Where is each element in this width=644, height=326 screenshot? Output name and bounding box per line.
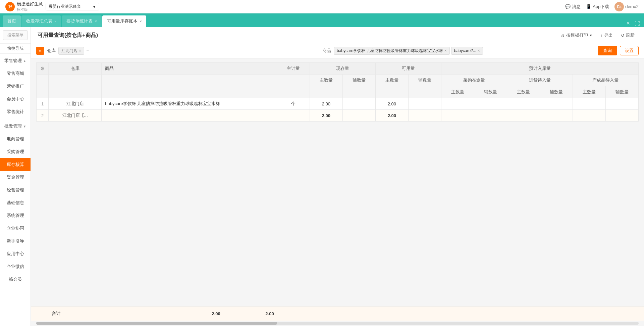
sidebar-item-operations[interactable]: 经营管理: [0, 184, 31, 196]
app-download-btn[interactable]: 📱 App下载: [586, 4, 609, 10]
tab-close-icon[interactable]: ×: [54, 19, 56, 23]
quick-nav-btn[interactable]: 快捷导航: [0, 44, 31, 54]
message-icon: 💬: [565, 4, 571, 9]
empty-sub: [37, 75, 49, 86]
query-btn[interactable]: 查询: [598, 46, 617, 55]
warehouse-tag[interactable]: 江北门店 ×: [58, 47, 84, 55]
tag-close-icon[interactable]: ×: [444, 48, 447, 53]
company-name: 母婴行业演示账套: [49, 4, 81, 9]
table-container: ⚙ 仓库 商品 主计量 现存量 可用量 预计入库量 主数量: [31, 58, 644, 306]
print-label: 按模板打印: [566, 32, 588, 38]
row-available-aux: [408, 98, 441, 110]
tab-stock-summary[interactable]: 收发存汇总表 ×: [21, 15, 61, 27]
sidebar-item-guide[interactable]: 新手引导: [0, 235, 31, 247]
row-warehouse: 江北门店: [49, 98, 102, 110]
row-index: 1: [37, 98, 49, 110]
tab-close-icon[interactable]: ×: [95, 19, 97, 23]
page-title: 可用量查询(按仓库+商品): [38, 32, 98, 39]
stock-group-header: 现存量: [310, 63, 375, 75]
sidebar-item-member[interactable]: 畅会员: [0, 273, 31, 286]
divider: [0, 119, 31, 119]
sidebar-item-inventory[interactable]: 库存核算: [0, 158, 31, 171]
sidebar-item-enterprise[interactable]: 企业协同: [0, 222, 31, 235]
tab-close-icon[interactable]: ×: [140, 19, 142, 23]
message-label: 消息: [572, 4, 581, 10]
incoming-group-header: 进货待入量: [507, 75, 573, 86]
nav-tabs: 首页 收发存汇总表 × 要货单统计表 × 可用量库存账本 × × ⛶: [0, 13, 644, 27]
setting-btn[interactable]: 设置: [620, 46, 639, 55]
available-main-header: 主数量: [375, 75, 408, 86]
row-incoming-main: [507, 98, 540, 110]
tab-order-stats-label: 要货单统计表: [66, 18, 93, 24]
footer-empty: [75, 309, 182, 318]
sidebar-label: 零售统计: [7, 109, 24, 115]
export-btn[interactable]: ↑ 导出: [598, 31, 616, 40]
tab-home[interactable]: 首页: [3, 15, 21, 27]
gear-icon[interactable]: ⚙: [40, 66, 45, 71]
sidebar-item-wechat[interactable]: 企业微信: [0, 260, 31, 273]
empty-sub2: [37, 86, 49, 98]
phone-icon: 📱: [586, 4, 591, 9]
incoming-aux-header: 辅数量: [540, 86, 573, 98]
sidebar-item-app-center[interactable]: 应用中心: [0, 247, 31, 260]
sidebar-item-basic-info[interactable]: 基础信息: [0, 196, 31, 209]
top-bar: 好 畅捷通好生意 标准版 母婴行业演示账套 ▼ 💬 消息 📱 App下载 Ea …: [0, 0, 644, 13]
product-tag-2-text: babycare?...: [454, 48, 476, 53]
row-purchase-main: [441, 110, 474, 122]
sidebar-item-finance[interactable]: 资金管理: [0, 171, 31, 184]
table-row: 1 江北门店 babycare学饮杯 儿童防摔防撞吸管杯重力球吸嘴杯宝宝水杯 个…: [37, 98, 639, 110]
message-btn[interactable]: 💬 消息: [565, 4, 581, 10]
sidebar-item-members[interactable]: 会员中心: [0, 93, 31, 105]
horizontal-scrollbar[interactable]: [31, 321, 644, 326]
export-label: 导出: [604, 32, 613, 38]
tab-home-label: 首页: [7, 18, 16, 24]
search-menu-btn[interactable]: 搜索菜单: [3, 30, 28, 40]
product-tag-1[interactable]: babycare学饮杯 儿童防摔防撞吸管杯重力球吸嘴杯宝宝水杯 ×: [334, 47, 450, 55]
tab-available-stock[interactable]: 可用量库存账本 ×: [102, 15, 146, 27]
sidebar-item-marketing[interactable]: 营销推广: [0, 80, 31, 93]
sidebar-label: 经营管理: [7, 187, 24, 193]
sidebar-item-system[interactable]: 系统管理: [0, 209, 31, 222]
stock-main-header: 主数量: [310, 75, 342, 86]
empty-sub2: [408, 86, 441, 98]
purchase-group-header: 采购在途量: [441, 75, 507, 86]
app-download-label: App下载: [593, 4, 609, 10]
dropdown-arrow-icon: ▼: [589, 34, 593, 37]
logo-area: 好 畅捷通好生意 标准版: [5, 1, 43, 12]
more-btn[interactable]: ...: [86, 47, 89, 55]
product-tag-1-text: babycare学饮杯 儿童防摔防撞吸管杯重力球吸嘴杯宝宝水杯: [337, 48, 443, 54]
tag-close-icon[interactable]: ×: [79, 48, 81, 53]
sidebar-item-wholesale[interactable]: 批发管理 ▼: [0, 120, 31, 133]
print-btn[interactable]: 🖨 按模板打印 ▼: [558, 31, 595, 40]
refresh-btn[interactable]: ↺ 刷新: [618, 31, 637, 40]
sidebar-item-purchase[interactable]: 采购管理: [0, 145, 31, 158]
empty-sub: [49, 75, 102, 86]
row-stock-aux: [342, 110, 375, 122]
empty-sub2: [375, 86, 408, 98]
row-warehouse: 江北门店【...: [49, 110, 102, 122]
company-selector[interactable]: 母婴行业演示账套 ▼: [46, 3, 99, 10]
scroll-thumb[interactable]: [36, 322, 277, 325]
tag-close-icon[interactable]: ×: [478, 48, 480, 53]
row-stock-aux: [342, 98, 375, 110]
production-group-header: 产成品待入量: [573, 75, 638, 86]
chevron-icon: ▲: [23, 59, 26, 63]
tab-order-stats[interactable]: 要货单统计表 ×: [62, 15, 101, 27]
data-table: ⚙ 仓库 商品 主计量 现存量 可用量 预计入库量 主数量: [36, 62, 639, 122]
sidebar-item-retail-mall[interactable]: 零售商城: [0, 67, 31, 80]
row-purchase-main: [441, 98, 474, 110]
incoming-main-header: 主数量: [507, 86, 540, 98]
planned-group-header: 预计入库量: [441, 63, 638, 75]
content-area: 可用量查询(按仓库+商品) 🖨 按模板打印 ▼ ↑ 导出 ↺ 刷新 »: [31, 27, 644, 326]
product-tag-2[interactable]: babycare?... ×: [451, 47, 483, 55]
sidebar-item-retail-mgmt[interactable]: 零售管理 ▲: [0, 54, 31, 67]
footer-rest: [310, 309, 639, 318]
filter-expand-btn[interactable]: »: [36, 47, 44, 55]
sidebar-item-retail-stats[interactable]: 零售统计: [0, 105, 31, 118]
sidebar-item-ecommerce[interactable]: 电商管理: [0, 133, 31, 145]
table-row: 2 江北门店【... 2.00 2.00: [37, 110, 639, 122]
close-all-tabs-btn[interactable]: ×: [624, 20, 633, 27]
user-area[interactable]: Ea demo2: [614, 2, 639, 11]
expand-icon[interactable]: ⛶: [633, 21, 641, 27]
row-index: 2: [37, 110, 49, 122]
